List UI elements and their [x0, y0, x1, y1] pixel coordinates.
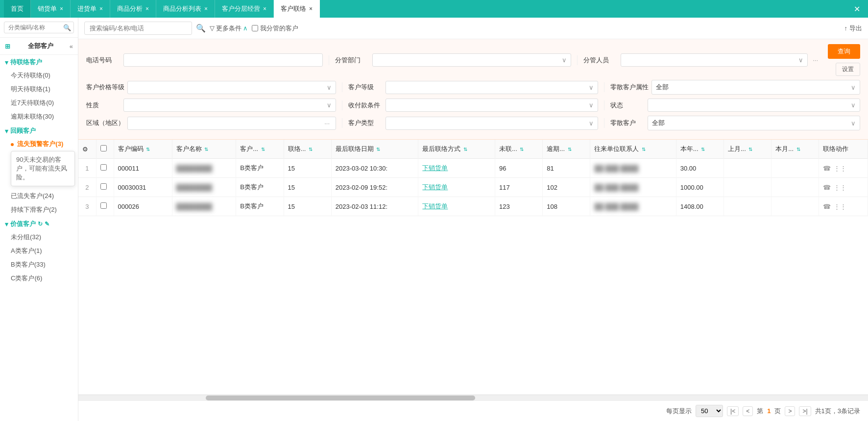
settings-button[interactable]: 设置 [836, 63, 860, 76]
tab-customer-segment[interactable]: 客户分层经营 × [215, 0, 274, 18]
col-code-sort-icon: ⇅ [146, 147, 150, 152]
sidebar-group-value[interactable]: ▾ 价值客户 ↻ ✎ [0, 217, 78, 230]
col-contact-count[interactable]: 联络... ⇅ [284, 140, 331, 159]
filter-retail-attr-select[interactable]: 全部 ∨ [651, 80, 860, 95]
query-button[interactable]: 查询 [828, 44, 860, 59]
tab-customer-link[interactable]: 客户联络 × [274, 0, 320, 18]
action-more-icon[interactable]: ⋮⋮ [834, 184, 846, 191]
filter-dept-select[interactable]: ∨ [372, 53, 572, 67]
filter-price-level-select[interactable]: ∨ [127, 81, 336, 94]
col-this-month[interactable]: 本月... ⇅ [772, 140, 819, 159]
cell-last-contact-type[interactable]: 下销货单 [418, 159, 495, 178]
filter-manager-select[interactable]: ∨ [621, 53, 808, 67]
cell-not-contacted: 117 [495, 178, 542, 197]
col-last-month[interactable]: 上月... ⇅ [723, 140, 771, 159]
sidebar-group-pending[interactable]: ▾ 待联络客户 [0, 55, 78, 69]
col-type[interactable]: 客户... ⇅ [236, 140, 284, 159]
col-settings[interactable]: ⚙ [78, 140, 96, 159]
tab-product-analysis-list-close[interactable]: × [204, 5, 208, 12]
tab-purchase-close[interactable]: × [99, 5, 103, 12]
row-checkbox-0[interactable] [100, 164, 107, 171]
filter-manager-more[interactable]: ··· [811, 56, 820, 64]
col-code[interactable]: 客户编码 ⇅ [114, 140, 172, 159]
action-contact-icon[interactable]: ☎ [823, 203, 831, 210]
sidebar-item-week[interactable]: 近7天待联络(0) [0, 96, 78, 110]
sidebar-item-overdue[interactable]: 逾期未联络(30) [0, 110, 78, 124]
sidebar-item-c-class[interactable]: C类客户(6) [0, 272, 78, 285]
prev-page-btn[interactable]: < [743, 406, 753, 416]
action-contact-icon[interactable]: ☎ [823, 165, 831, 172]
action-contact-icon[interactable]: ☎ [823, 184, 831, 191]
filter-region-select[interactable]: ··· [127, 117, 336, 130]
cell-checkbox[interactable] [96, 159, 114, 178]
sidebar-item-b-class[interactable]: B类客户(33) [0, 258, 78, 272]
export-button[interactable]: ↑ 导出 [844, 24, 863, 33]
tab-purchase[interactable]: 进货单 × [71, 0, 110, 18]
content-area: 🔍 ▽ 更多条件 ∧ 我分管的客户 ↑ 导出 电话号码 [78, 18, 868, 421]
my-customers-checkbox[interactable] [252, 25, 258, 31]
cell-last-contact-type[interactable]: 下销货单 [418, 197, 495, 216]
col-last-contact-type[interactable]: 最后联络方式 ⇅ [418, 140, 495, 159]
next-page-btn[interactable]: > [785, 406, 795, 416]
more-filter-button[interactable]: ▽ 更多条件 ∧ [210, 24, 248, 33]
filter-phone-input[interactable] [123, 53, 323, 67]
sidebar-group-review[interactable]: ▾ 回顾客户 [0, 124, 78, 137]
filter-sep-5 [342, 100, 342, 110]
col-name[interactable]: 客户名称 ⇅ [172, 140, 236, 159]
sidebar-item-declining[interactable]: 持续下滑客户(2) [0, 203, 78, 217]
col-this-year[interactable]: 本年... ⇅ [676, 140, 723, 159]
filter-retail-cust-select[interactable]: 全部 ∨ [648, 116, 860, 130]
first-page-btn[interactable]: |< [727, 406, 739, 416]
tab-product-analysis[interactable]: 商品分析 × [110, 0, 156, 18]
tab-product-analysis-label: 商品分析 [117, 4, 143, 13]
filter-phone-label: 电话号码 [86, 56, 121, 65]
value-refresh-icon[interactable]: ↻ [38, 221, 43, 227]
cell-checkbox[interactable] [96, 197, 114, 216]
tab-product-analysis-list[interactable]: 商品分析列表 × [156, 0, 215, 18]
filter-nature-select[interactable]: ∨ [123, 99, 336, 112]
filter-status-select[interactable]: ∨ [648, 99, 860, 112]
scrollbar-thumb[interactable] [206, 396, 475, 400]
sidebar-item-lost[interactable]: 已流失客户(24) [0, 189, 78, 203]
last-page-btn[interactable]: >| [799, 406, 811, 416]
sidebar-item-today[interactable]: 今天待联络(0) [0, 69, 78, 82]
sidebar-item-tomorrow[interactable]: 明天待联络(1) [0, 82, 78, 96]
cell-num: 3 [78, 197, 96, 216]
col-last-contact-date[interactable]: 最后联络日期 ⇅ [331, 140, 418, 159]
tab-sales-close[interactable]: × [60, 5, 63, 12]
filter-cust-level-select[interactable]: ∨ [386, 81, 598, 94]
col-not-contacted[interactable]: 未联... ⇅ [495, 140, 542, 159]
sidebar-item-unclassified[interactable]: 未分组(32) [0, 230, 78, 244]
filter-dept-label: 分管部门 [335, 56, 369, 65]
search-button[interactable]: 🔍 [196, 24, 206, 33]
action-more-icon[interactable]: ⋮⋮ [834, 165, 846, 172]
row-checkbox-1[interactable] [100, 183, 107, 190]
value-edit-icon[interactable]: ✎ [45, 221, 49, 227]
col-checkbox[interactable] [96, 140, 114, 159]
search-input[interactable] [84, 22, 192, 35]
col-overdue[interactable]: 逾期... ⇅ [543, 140, 590, 159]
select-all-checkbox[interactable] [100, 145, 107, 151]
sidebar-item-a-class[interactable]: A类客户(1) [0, 244, 78, 258]
cell-checkbox[interactable] [96, 178, 114, 197]
filter-cust-type-select[interactable]: ∨ [386, 117, 598, 130]
tab-customer-link-label: 客户联络 [281, 4, 306, 13]
action-more-icon[interactable]: ⋮⋮ [834, 203, 846, 210]
tab-customer-segment-close[interactable]: × [263, 5, 266, 12]
filter-row-2: 客户价格等级 ∨ 客户等级 ∨ 零散客户属性 [86, 80, 860, 95]
horizontal-scrollbar[interactable] [78, 395, 868, 400]
row-checkbox-2[interactable] [100, 202, 107, 209]
tab-customer-link-close[interactable]: × [309, 5, 313, 12]
cell-last-contact-type[interactable]: 下销货单 [418, 178, 495, 197]
tab-home[interactable]: 首页 [4, 0, 31, 18]
sidebar-all-customers[interactable]: ⊞ 全部客户 « [0, 38, 78, 55]
filter-region-more[interactable]: ··· [322, 120, 332, 127]
tab-product-analysis-close[interactable]: × [145, 5, 149, 12]
tab-sales[interactable]: 销货单 × [31, 0, 71, 18]
filter-payment-select[interactable]: ∨ [386, 99, 598, 112]
col-unit-contact[interactable]: 往来单位联系人 ⇅ [590, 140, 676, 159]
per-page-select[interactable]: 50 100 200 [696, 405, 723, 417]
sidebar-item-at-risk[interactable]: 流失预警客户(3) [0, 137, 78, 151]
window-close-btn[interactable]: ✕ [850, 4, 864, 14]
col-last-contact-date-label: 最后联络日期 [336, 145, 374, 152]
